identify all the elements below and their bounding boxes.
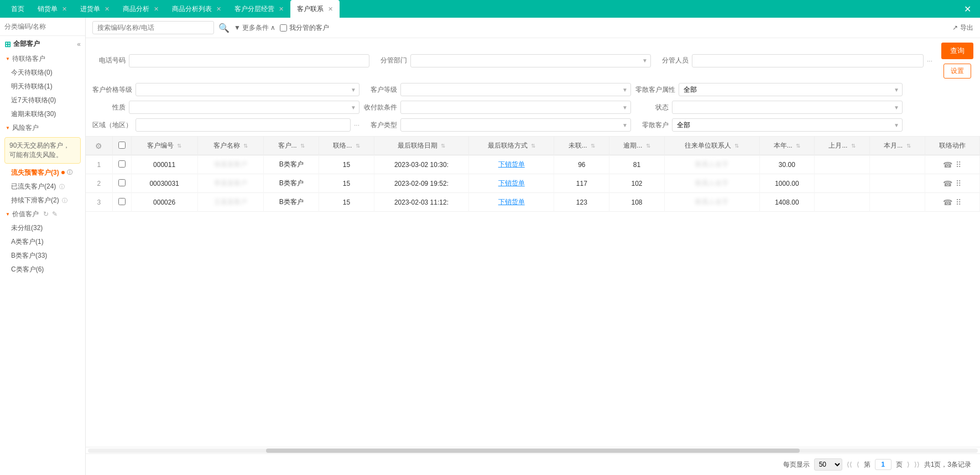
refresh-icon[interactable]: ↻ bbox=[43, 210, 49, 218]
filter-customer-type-select[interactable] bbox=[400, 118, 631, 132]
row2-last-method-link[interactable]: 下销货单 bbox=[498, 179, 525, 187]
filter-price-grade-select[interactable] bbox=[135, 83, 359, 96]
page-last-btn[interactable]: ⟩⟩ bbox=[914, 461, 920, 468]
tab-sales-close[interactable]: ✕ bbox=[62, 6, 67, 13]
filter-nature-select[interactable] bbox=[129, 101, 359, 114]
col-type-sort[interactable]: ⇅ bbox=[300, 143, 305, 149]
row3-more-icon[interactable]: ⠿ bbox=[956, 198, 961, 207]
filter-payment-select[interactable] bbox=[400, 101, 631, 114]
filter-retail-customer-select[interactable]: 全部 bbox=[672, 118, 903, 132]
row1-select[interactable] bbox=[118, 160, 126, 168]
sidebar-all-customers[interactable]: ⊞ 全部客户 « bbox=[0, 36, 85, 52]
sidebar-item-b-class[interactable]: B类客户(33) bbox=[0, 249, 85, 263]
row2-phone-icon[interactable]: ☎ bbox=[943, 179, 952, 188]
my-customers-checkbox[interactable] bbox=[280, 24, 287, 32]
sidebar-collapse-icon[interactable]: « bbox=[77, 40, 81, 48]
col-this-month-sort[interactable]: ⇅ bbox=[906, 143, 911, 149]
col-person-sort[interactable]: ⇅ bbox=[734, 143, 739, 149]
row1-phone-icon[interactable]: ☎ bbox=[943, 160, 952, 169]
tab-product-analysis[interactable]: 商品分析 ✕ bbox=[116, 0, 165, 18]
tab-customer-contact[interactable]: 客户联系 ✕ bbox=[290, 0, 340, 18]
filter-region-dots[interactable]: ··· bbox=[354, 121, 359, 129]
sidebar-search-input[interactable] bbox=[4, 23, 86, 30]
page-first-btn[interactable]: ⟨⟨ bbox=[847, 461, 852, 468]
table-row: 2 00030031 李某某客户 B类客户 15 2023-02-09 19:5… bbox=[86, 174, 980, 193]
more-conditions-button[interactable]: ▼ 更多条件 ∧ bbox=[234, 23, 275, 33]
scrollbar-thumb[interactable] bbox=[266, 448, 800, 453]
sidebar-group-value[interactable]: ▼ 价值客户 ↻ ✎ bbox=[0, 207, 85, 221]
filter-search-input[interactable] bbox=[92, 21, 214, 34]
sidebar-item-churned[interactable]: 已流失客户(24) ⓘ bbox=[0, 180, 85, 194]
tab-product-list-close[interactable]: ✕ bbox=[216, 6, 221, 13]
row3-last-method-link[interactable]: 下销货单 bbox=[498, 198, 525, 206]
tab-product-list[interactable]: 商品分析列表 ✕ bbox=[165, 0, 228, 18]
window-close-button[interactable]: ✕ bbox=[960, 4, 976, 14]
filter-manager-dots[interactable]: ··· bbox=[927, 57, 932, 65]
tab-product-analysis-close[interactable]: ✕ bbox=[154, 6, 159, 13]
col-unlisted-label: 未联... bbox=[569, 142, 587, 149]
row1-more-icon[interactable]: ⠿ bbox=[956, 160, 961, 169]
sidebar-item-c-class[interactable]: C类客户(6) bbox=[0, 263, 85, 276]
col-name-sort[interactable]: ⇅ bbox=[243, 143, 248, 149]
filter-payment-label: 收付款条件 bbox=[364, 103, 397, 112]
tab-home[interactable]: 首页 bbox=[4, 0, 31, 18]
sidebar-item-a-class[interactable]: A类客户(1) bbox=[0, 235, 85, 249]
my-customers-checkbox-label[interactable]: 我分管的客户 bbox=[280, 23, 329, 33]
select-all-checkbox[interactable] bbox=[118, 142, 126, 149]
col-contact-num-sort[interactable]: ⇅ bbox=[356, 143, 360, 149]
sidebar-item-overdue[interactable]: 逾期未联络(30) bbox=[0, 107, 85, 121]
filter-manager-input[interactable] bbox=[692, 54, 924, 67]
col-last-month-sort[interactable]: ⇅ bbox=[851, 143, 856, 149]
tab-customer-tier[interactable]: 客户分层经营 ✕ bbox=[228, 0, 290, 18]
col-last-method-sort[interactable]: ⇅ bbox=[531, 143, 535, 149]
query-button[interactable]: 查询 bbox=[941, 43, 973, 59]
row2-more-icon[interactable]: ⠿ bbox=[956, 179, 961, 188]
row3-phone-icon[interactable]: ☎ bbox=[943, 198, 952, 207]
sidebar-group-pending[interactable]: ▼ 待联络客户 bbox=[0, 52, 85, 66]
filter-customer-grade-select[interactable] bbox=[400, 83, 631, 96]
row3-select[interactable] bbox=[118, 198, 126, 205]
col-unlisted-sort[interactable]: ⇅ bbox=[591, 143, 595, 149]
horizontal-scrollbar[interactable] bbox=[86, 447, 980, 453]
row2-select[interactable] bbox=[118, 179, 126, 186]
sidebar-group-risk[interactable]: ▼ 风险客户 bbox=[0, 121, 85, 135]
page-number-input[interactable] bbox=[875, 459, 892, 470]
sidebar-item-tomorrow[interactable]: 明天待联络(1) bbox=[0, 80, 85, 93]
row1-this-year-text: 30.00 bbox=[779, 161, 795, 169]
sidebar-item-ungrouped[interactable]: 未分组(32) bbox=[0, 221, 85, 235]
sidebar-item-churn-warning[interactable]: 流失预警客户(3) ⓘ bbox=[0, 166, 85, 180]
row1-unlisted: 96 bbox=[554, 155, 609, 174]
filter-search-button[interactable]: 🔍 bbox=[218, 23, 230, 33]
filter-retail-attr-select[interactable]: 全部 bbox=[679, 83, 903, 96]
tab-purchase[interactable]: 进货单 ✕ bbox=[74, 0, 116, 18]
page-next-btn[interactable]: ⟩ bbox=[907, 461, 910, 468]
gear-icon[interactable]: ⚙ bbox=[95, 142, 102, 150]
sidebar-item-declining[interactable]: 持续下滑客户(2) ⓘ bbox=[0, 194, 85, 207]
page-prev-btn[interactable]: ⟨ bbox=[857, 461, 859, 468]
filter-region-input[interactable] bbox=[135, 118, 351, 132]
row1-last-method-link[interactable]: 下销货单 bbox=[498, 160, 525, 168]
export-button[interactable]: ↗ 导出 bbox=[952, 23, 973, 33]
row2-this-year: 1000.00 bbox=[759, 174, 815, 193]
sidebar-item-7days[interactable]: 近7天待联络(0) bbox=[0, 93, 85, 107]
col-last-date-sort[interactable]: ⇅ bbox=[441, 143, 445, 149]
col-this-year-sort[interactable]: ⇅ bbox=[796, 143, 800, 149]
sidebar-group-risk-label: 风险客户 bbox=[12, 123, 39, 133]
filter-phone-input[interactable] bbox=[129, 54, 369, 67]
settings-button[interactable]: 设置 bbox=[943, 64, 971, 79]
filter-dept-select[interactable] bbox=[410, 54, 651, 67]
edit-icon[interactable]: ✎ bbox=[52, 210, 58, 218]
tab-customer-contact-close[interactable]: ✕ bbox=[328, 6, 333, 13]
tab-purchase-close[interactable]: ✕ bbox=[105, 6, 110, 13]
filter-status-select[interactable] bbox=[672, 101, 903, 114]
row2-code: 00030031 bbox=[131, 174, 197, 193]
row1-overdue-text: 81 bbox=[633, 161, 640, 169]
per-page-select[interactable]: 50 100 200 bbox=[814, 458, 842, 471]
row1-contact-text: 15 bbox=[343, 161, 350, 169]
tab-customer-tier-close[interactable]: ✕ bbox=[279, 6, 284, 13]
tab-sales[interactable]: 销货单 ✕ bbox=[31, 0, 74, 18]
col-code-sort[interactable]: ⇅ bbox=[177, 143, 181, 149]
sidebar-item-today[interactable]: 今天待联络(0) bbox=[0, 66, 85, 80]
filter-manager-label: 分管人员 bbox=[655, 56, 689, 65]
col-overdue-sort[interactable]: ⇅ bbox=[646, 143, 650, 149]
